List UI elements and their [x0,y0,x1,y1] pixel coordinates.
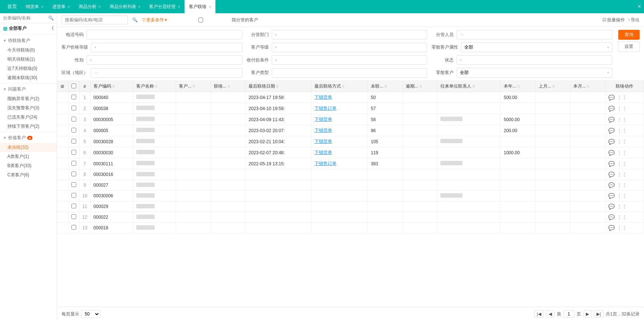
row-checkbox[interactable] [71,193,76,198]
cell-settings[interactable] [57,114,68,125]
nav-product-analysis[interactable]: 商品分析 × [74,0,105,13]
sidebar-item-class-c[interactable]: C类客户(6) [0,170,57,180]
call-icon[interactable]: 💬 [608,95,615,100]
cell-last-method[interactable]: 下销货单 [311,136,367,147]
row-checkbox[interactable] [71,95,76,99]
more-icon[interactable]: ⋮⋮ [617,161,627,167]
price-level-input[interactable]: ▾ [91,43,242,52]
cell-checkbox[interactable] [68,212,79,223]
cell-checkbox[interactable] [68,201,79,212]
nav-sales-order[interactable]: 销货单 × [21,0,48,13]
call-icon[interactable]: 💬 [608,172,615,177]
row-checkbox[interactable] [71,139,76,144]
nav-customer-segment[interactable]: 客户分层经营 × [145,0,184,13]
sidebar-group-value[interactable]: ▼ 价值客户 ● [0,133,57,143]
last-method-link[interactable]: 下销货单 [314,150,332,155]
more-icon[interactable]: ⋮⋮ [617,95,627,100]
nav-purchase-close[interactable]: × [68,5,70,9]
row-checkbox[interactable] [71,182,76,187]
cell-settings[interactable] [57,147,68,158]
cell-settings[interactable] [57,212,68,223]
cell-checkbox[interactable] [68,223,79,233]
my-customers-checkbox[interactable] [171,18,230,22]
last-method-link[interactable]: 下销售订单 [314,106,337,111]
call-icon[interactable]: 💬 [608,106,615,112]
call-icon[interactable]: 💬 [608,139,615,145]
cell-checkbox[interactable] [68,158,79,169]
more-icon[interactable]: ⋮⋮ [617,139,627,145]
my-customers-filter[interactable]: 我分管的客户 [171,17,258,23]
cell-checkbox[interactable] [68,191,79,201]
region-more-icon[interactable]: ··· [94,70,98,75]
cell-checkbox[interactable] [68,136,79,147]
more-icon[interactable]: ⋮⋮ [617,193,627,199]
row-checkbox[interactable] [71,225,76,230]
col-last-date[interactable]: 最后联络日期⇅ [246,81,311,92]
nav-home[interactable]: 首页 [3,0,21,13]
cell-checkbox[interactable] [68,125,79,136]
last-method-link[interactable]: 下销货单 [314,139,332,144]
cell-checkbox[interactable] [68,169,79,180]
cell-settings[interactable] [57,201,68,212]
cell-last-method[interactable]: 下销货单 [311,125,367,136]
last-method-link[interactable]: 下销货单 [314,128,332,133]
col-settings[interactable]: ⚙ [57,81,68,92]
cell-settings[interactable] [57,125,68,136]
sidebar-item-churned[interactable]: 已流失客户(24) [0,113,57,122]
sidebar-item-tomorrow[interactable]: 明天待联络(1) [0,55,57,64]
select-all-checkbox[interactable] [71,84,76,88]
more-conditions-btn[interactable]: ▽ 更多条件 ▾ [142,17,167,23]
cell-settings[interactable] [57,136,68,147]
sidebar-group-problem[interactable]: ▼ 问题客户 [0,84,57,94]
sidebar-item-abnormal[interactable]: 囤购异常客户(2) [0,94,57,103]
cell-checkbox[interactable] [68,114,79,125]
more-icon[interactable]: ⋮⋮ [617,117,627,123]
sidebar-collapse-icon[interactable]: 《 [49,25,54,32]
last-method-link[interactable]: 下销售订单 [314,161,337,166]
row-checkbox[interactable] [71,204,76,208]
row-checkbox[interactable] [71,172,76,176]
row-checkbox[interactable] [71,214,76,219]
nav-product-analysis-close[interactable]: × [99,5,101,9]
row-checkbox[interactable] [71,117,76,121]
cell-last-method[interactable]: 下销货单 [311,147,367,158]
sidebar-item-overdue[interactable]: 逾期未联络(30) [0,73,57,82]
nav-customer-segment-close[interactable]: × [178,5,180,9]
sidebar-search-icon[interactable]: 🔍 [48,15,54,21]
sidebar-item-churn-warning[interactable]: 流失预警客户(3) [0,103,57,113]
more-icon[interactable]: ⋮⋮ [617,225,627,231]
call-icon[interactable]: 💬 [608,128,615,134]
call-icon[interactable]: 💬 [608,204,615,209]
customer-type-input[interactable] [272,68,427,78]
cell-last-method[interactable]: 下销货单 [311,92,367,103]
phone-input[interactable] [87,30,242,39]
search-button[interactable]: 🔍 [132,17,138,22]
more-icon[interactable]: ⋮⋮ [617,204,627,209]
col-last-method[interactable]: 最后联络方式⇅ [311,81,367,92]
prev-page-btn[interactable]: ◀ [546,310,555,318]
col-this-month[interactable]: 本月...⇅ [570,81,605,92]
more-icon[interactable]: ⋮⋮ [617,150,627,156]
last-method-link[interactable]: 下销货单 [314,117,332,122]
call-icon[interactable]: 💬 [608,225,615,231]
sidebar-item-today[interactable]: 今天待联络(0) [0,46,57,55]
person-input[interactable]: ··· [457,30,612,39]
payment-input[interactable]: ▾ [272,55,427,65]
last-method-link[interactable]: 下销货单 [314,95,332,100]
col-contact[interactable]: 联络...⇅ [211,81,246,92]
window-close-icon[interactable]: × [638,3,641,10]
col-partner[interactable]: 往来单位联系人⇅ [437,81,501,92]
gender-input[interactable]: ▾ [87,55,242,65]
call-icon[interactable]: 💬 [608,214,615,220]
sidebar-item-ungrouped[interactable]: 未分组(32) [0,143,57,152]
next-page-btn[interactable]: ▶ [583,310,592,318]
col-overdue[interactable]: 逾期...⇅ [402,81,437,92]
cell-settings[interactable] [57,169,68,180]
nav-customer-contact-close[interactable]: × [209,5,211,9]
cell-last-method[interactable]: 下销货单 [311,114,367,125]
status-input[interactable]: ▾ [457,55,612,65]
nav-sales-order-close[interactable]: × [41,5,43,9]
search-input[interactable] [61,15,128,24]
cell-settings[interactable] [57,158,68,169]
more-icon[interactable]: ⋮⋮ [617,214,627,220]
